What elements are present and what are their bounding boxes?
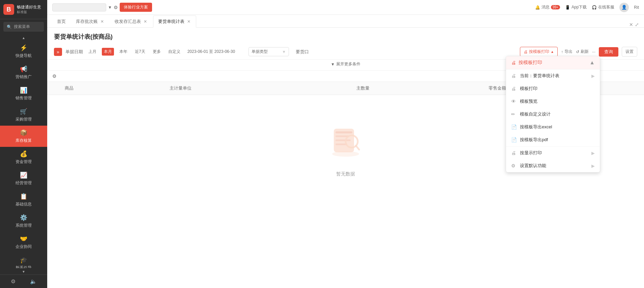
sidebar-item-basic-info[interactable]: 📋 基础信息: [0, 189, 47, 211]
more-options-button[interactable]: ···: [592, 50, 595, 54]
empty-text: 暂无数据: [336, 171, 355, 177]
expand-conditions-button[interactable]: ▼ 展开更多条件: [331, 61, 360, 67]
search-icon: 🔍: [7, 25, 12, 29]
sidebar-item-operations[interactable]: 📈 经营管理: [0, 168, 47, 189]
sidebar-item-tutorial[interactable]: 🎓 新手引导: [0, 253, 47, 268]
refresh-icon: ↺: [576, 50, 579, 54]
date-this-year-button[interactable]: 本年: [117, 48, 129, 56]
quick-nav-icon: ⚡: [20, 44, 27, 52]
sidebar-item-marketing[interactable]: 📢 营销推广: [0, 62, 47, 83]
tab-bar: 首页 库存批次账 ✕ 收发存汇总表 ✕ 要货单统计表 ✕ ✕ ⤢: [47, 15, 644, 28]
dropdown-item-export-pdf[interactable]: 📄 按模板导出pdf: [506, 133, 600, 146]
breadcrumb-input[interactable]: [52, 3, 106, 11]
export-pdf-icon: 📄: [511, 137, 517, 142]
sidebar-scroll-down[interactable]: ▼: [0, 268, 47, 275]
scroll-down-button[interactable]: ▼: [22, 270, 25, 274]
headset-icon: 🎧: [592, 5, 597, 10]
date-custom-button[interactable]: 自定义: [166, 48, 182, 56]
tab-requisition-stats-close[interactable]: ✕: [186, 19, 191, 24]
display-print-arrow-icon: ▶: [591, 151, 595, 156]
sidebar-search-area: 🔍 搜索菜单: [0, 19, 47, 34]
phone-icon: 📱: [565, 5, 570, 10]
online-service-button[interactable]: 🎧 在线客服: [592, 4, 614, 10]
sidebar-item-system[interactable]: ⚙️ 系统管理: [0, 211, 47, 232]
col-checkbox: [47, 82, 61, 95]
footer-settings-button[interactable]: ⚙: [11, 278, 16, 285]
window-maximize-button[interactable]: ⤢: [635, 22, 639, 27]
printer-icon: 🖨: [524, 50, 528, 54]
tab-collection-summary[interactable]: 收发存汇总表 ✕: [110, 16, 152, 27]
app-name: 畅捷通好生意 标准版: [17, 5, 41, 14]
tab-batch-account[interactable]: 库存批次账 ✕: [71, 16, 109, 27]
print-dropdown-menu: 🖨 按模板打印 ▲ 🖨 当前：要货单统计表 ▶ 🖨 模板打印 👁 模板预览 ✏ …: [506, 56, 600, 172]
tab-batch-account-close[interactable]: ✕: [100, 19, 105, 24]
sidebar-item-quick-nav[interactable]: ⚡ 快捷导航: [0, 41, 47, 62]
dropdown-close-button[interactable]: ▲: [589, 60, 595, 66]
order-type-label: 单据类型: [252, 49, 268, 55]
topbar-gear-button[interactable]: ⚙: [114, 5, 118, 10]
dropdown-item-template-preview[interactable]: 👁 模板预览: [506, 95, 600, 108]
avatar-icon: 👤: [621, 5, 627, 10]
col-unit: 主计量单位: [166, 82, 352, 95]
enterprise-icon: 🤝: [20, 235, 27, 243]
topbar: ▼ ⚙ 体验行业方案 🔔 消息 99+ 📱 App下载 🎧 在线客服 👤 Rit: [47, 0, 644, 15]
date-last-month-button[interactable]: 上月: [86, 48, 98, 56]
window-close-button[interactable]: ✕: [629, 22, 633, 27]
app-download-button[interactable]: 📱 App下载: [565, 4, 587, 10]
main-content: ▼ ⚙ 体验行业方案 🔔 消息 99+ 📱 App下载 🎧 在线客服 👤 Rit: [47, 0, 644, 288]
sidebar-item-purchase[interactable]: 🛒 采购管理: [0, 104, 47, 126]
breadcrumb-dropdown-button[interactable]: ▼: [108, 5, 112, 10]
table-settings-button[interactable]: ⚙: [52, 73, 57, 79]
set-default-arrow-icon: ▶: [591, 163, 595, 168]
date-this-month-button[interactable]: 本月: [102, 48, 114, 56]
sidebar-item-enterprise[interactable]: 🤝 企业协同: [0, 232, 47, 253]
settings-button[interactable]: 设置: [622, 47, 637, 57]
svg-rect-4: [335, 139, 351, 141]
template-custom-icon: ✏: [511, 111, 517, 117]
date-range-display: 2023-06-01 至 2023-06-30: [187, 49, 235, 55]
footer-speaker-button[interactable]: 🔈: [30, 278, 37, 285]
tab-collection-summary-close[interactable]: ✕: [143, 19, 148, 24]
sales-icon: 📊: [20, 87, 27, 94]
sidebar-nav: ⚡ 快捷导航 📢 营销推广 📊 销售管理 🛒 采购管理 📦 库存核算 💰 资金管…: [0, 41, 47, 268]
notifications-button[interactable]: 🔔 消息 99+: [535, 4, 560, 10]
refresh-button[interactable]: ↺ 刷新: [576, 49, 589, 55]
dropdown-item-template-print[interactable]: 🖨 模板打印: [506, 82, 600, 95]
sidebar-item-sales[interactable]: 📊 销售管理: [0, 83, 47, 104]
notification-badge: 99+: [551, 5, 560, 9]
toolbar-right-actions: 🖨 按模板打印 ▲ ↑ 导出 ↺ 刷新 ··· 查询 设置: [520, 47, 637, 57]
query-button[interactable]: 查询: [599, 47, 618, 57]
dropdown-header: 🖨 按模板打印 ▲: [506, 56, 600, 69]
tab-requisition-stats[interactable]: 要货单统计表 ✕: [153, 15, 196, 28]
basic-info-icon: 📋: [20, 193, 27, 200]
export-button[interactable]: ↑ 导出: [561, 49, 573, 55]
svg-rect-2: [335, 131, 352, 133]
date-7days-button[interactable]: 近7天: [133, 48, 147, 56]
dropdown-item-current[interactable]: 🖨 当前：要货单统计表 ▶: [506, 69, 600, 82]
sidebar-scroll-up[interactable]: ▲: [0, 34, 47, 41]
display-print-icon: 🖨: [511, 150, 517, 156]
scroll-up-button[interactable]: ▲: [22, 36, 25, 40]
dropdown-item-display-print[interactable]: 🖨 按显示打印 ▶: [506, 147, 600, 159]
export-icon: ↑: [561, 50, 563, 54]
date-label: 单据日期: [65, 49, 83, 55]
sidebar-item-inventory[interactable]: 📦 库存核算: [0, 126, 47, 147]
tab-home[interactable]: 首页: [52, 16, 70, 27]
dropdown-item-export-excel[interactable]: 📄 按模板导出excel: [506, 121, 600, 133]
dropdown-item-set-default[interactable]: ⚙ 设置默认功能 ▶: [506, 159, 600, 172]
sidebar-item-finance[interactable]: 💰 资金管理: [0, 147, 47, 168]
requisition-label: 要货口: [296, 49, 309, 55]
print-template-button[interactable]: 🖨 按模板打印 ▲: [520, 47, 558, 57]
date-more-button[interactable]: 更多: [151, 48, 163, 56]
dropdown-item-template-custom[interactable]: ✏ 模板自定义设计: [506, 108, 600, 121]
empty-illustration: [325, 122, 366, 166]
system-icon: ⚙️: [20, 214, 27, 221]
order-type-select[interactable]: 单据类型 ▼: [248, 47, 289, 56]
sidebar: B 畅捷通好生意 标准版 🔍 搜索菜单 ▲ ⚡ 快捷导航 📢 营销推广 📊 销售…: [0, 0, 47, 288]
search-menu-button[interactable]: 🔍 搜索菜单: [3, 22, 44, 32]
col-quantity: 主数量: [352, 82, 485, 95]
toolbar-expand-button[interactable]: »: [54, 48, 62, 56]
sidebar-footer: ⚙ 🔈: [0, 275, 47, 288]
toolbar-row1: » 单据日期 上月 本月 本年 近7天 更多 自定义 2023-06-01 至 …: [47, 44, 644, 60]
trial-button[interactable]: 体验行业方案: [120, 3, 152, 12]
